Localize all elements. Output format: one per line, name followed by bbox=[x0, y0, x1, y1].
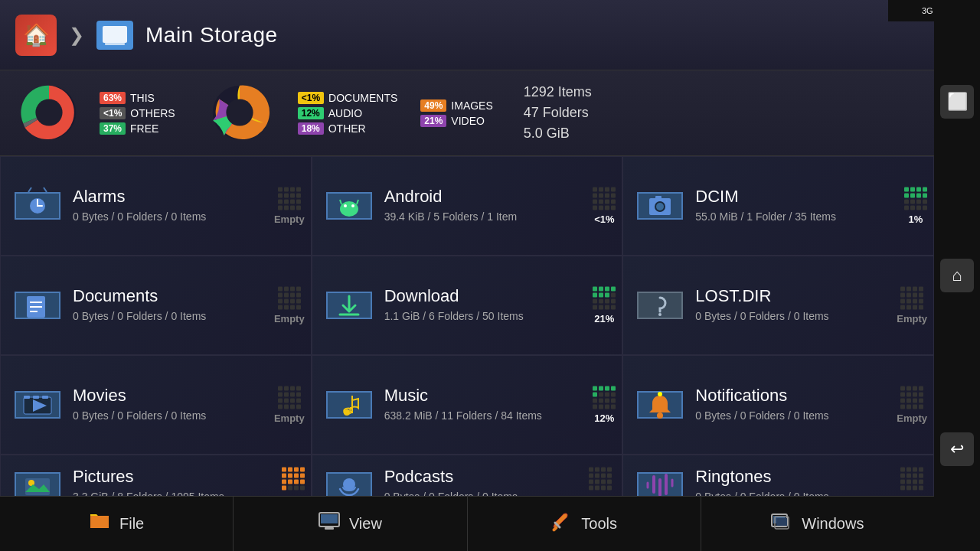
folder-dcim-meta: 55.0 MiB / 1 Folder / 35 Items bbox=[695, 210, 921, 225]
legend-free: 37% FREE bbox=[100, 122, 175, 135]
svg-point-25 bbox=[344, 409, 350, 416]
toolbar: File View Tools bbox=[0, 496, 934, 551]
legend-other: 18% OTHER bbox=[298, 122, 398, 135]
folder-documents-info: Documents 0 Bytes / 0 Folders / 0 Items bbox=[73, 286, 299, 324]
folder-download-badge: 21% bbox=[593, 287, 616, 324]
folder-movies-icon bbox=[13, 383, 62, 426]
category-legend: <1% DOCUMENTS 12% AUDIO 18% OTHER bbox=[298, 92, 398, 135]
folder-music-meta: 638.2 MiB / 11 Folders / 84 Items bbox=[384, 409, 610, 424]
tools-icon bbox=[550, 510, 572, 537]
category-pie-chart bbox=[206, 79, 275, 148]
folder-music-badge: 12% bbox=[593, 386, 616, 424]
svg-rect-34 bbox=[321, 514, 338, 523]
svg-rect-35 bbox=[325, 527, 334, 530]
folder-alarms-badge: Empty bbox=[274, 187, 305, 225]
windows-icon bbox=[771, 512, 792, 536]
folder-alarms-icon bbox=[13, 184, 62, 227]
folder-android-name: Android bbox=[384, 187, 610, 207]
legend-audio: 12% AUDIO bbox=[298, 107, 398, 119]
breadcrumb-arrow: ❯ bbox=[69, 24, 84, 46]
folder-android-info: Android 39.4 KiB / 5 Folders / 1 Item bbox=[384, 187, 610, 225]
storage-pie-chart bbox=[15, 79, 84, 148]
folder-movies-meta: 0 Bytes / 0 Folders / 0 Items bbox=[73, 409, 299, 424]
toolbar-view-button[interactable]: View bbox=[234, 497, 467, 551]
folder-notifications-info: Notifications 0 Bytes / 0 Folders / 0 It… bbox=[695, 386, 921, 424]
folder-notifications-name: Notifications bbox=[695, 386, 921, 406]
svg-rect-1 bbox=[105, 43, 125, 45]
svg-rect-23 bbox=[33, 396, 39, 399]
folder-item-music[interactable]: Music 638.2 MiB / 11 Folders / 84 Items … bbox=[312, 355, 623, 455]
svg-point-26 bbox=[657, 412, 663, 419]
toolbar-tools-button[interactable]: Tools bbox=[468, 497, 701, 551]
folder-dcim-name: DCIM bbox=[695, 187, 921, 207]
storage-legend: 63% THIS <1% OTHERS 37% FREE bbox=[100, 92, 175, 135]
toolbar-file-button[interactable]: File bbox=[0, 497, 234, 551]
folder-lostdir-badge: Empty bbox=[897, 287, 927, 324]
folder-count: 47 Folders bbox=[524, 105, 592, 121]
legend-video: 21% VIDEO bbox=[420, 115, 493, 127]
folder-notifications-meta: 0 Bytes / 0 Folders / 0 Items bbox=[695, 409, 921, 424]
folder-movies-badge: Empty bbox=[274, 386, 305, 424]
folder-item-documents[interactable]: Documents 0 Bytes / 0 Folders / 0 Items … bbox=[0, 256, 312, 355]
header: 🏠 ❯ Main Storage bbox=[0, 0, 934, 70]
svg-point-9 bbox=[351, 204, 354, 207]
svg-rect-40 bbox=[776, 518, 787, 526]
home-icon[interactable]: 🏠 bbox=[15, 15, 57, 56]
folder-music-icon bbox=[325, 383, 374, 426]
folder-movies-info: Movies 0 Bytes / 0 Folders / 0 Items bbox=[73, 386, 299, 424]
toolbar-windows-label: Windows bbox=[802, 515, 864, 533]
header-title: Main Storage bbox=[145, 23, 278, 47]
toolbar-file-label: File bbox=[119, 515, 144, 533]
svg-rect-24 bbox=[42, 396, 48, 399]
folder-item-lostdir[interactable]: LOST.DIR 0 Bytes / 0 Folders / 0 Items E… bbox=[622, 256, 934, 355]
storage-stats-numbers: 1292 Items 47 Folders 5.0 GiB bbox=[524, 84, 592, 142]
folder-download-meta: 1.1 GiB / 6 Folders / 50 Items bbox=[384, 309, 610, 324]
folder-dcim-badge: 1% bbox=[904, 187, 927, 225]
folder-notifications-icon bbox=[635, 383, 684, 426]
folder-item-movies[interactable]: Movies 0 Bytes / 0 Folders / 0 Items Emp… bbox=[0, 355, 312, 455]
legend-documents: <1% DOCUMENTS bbox=[298, 92, 398, 104]
toolbar-windows-button[interactable]: Windows bbox=[701, 497, 934, 551]
folder-ringtones-name: Ringtones bbox=[695, 467, 921, 487]
folder-android-icon bbox=[325, 184, 374, 227]
file-icon bbox=[89, 511, 110, 536]
folder-download-name: Download bbox=[384, 286, 610, 306]
folder-podcasts-name: Podcasts bbox=[384, 467, 610, 487]
svg-rect-22 bbox=[24, 396, 30, 399]
folder-item-dcim[interactable]: DCIM 55.0 MiB / 1 Folder / 35 Items 1% bbox=[622, 156, 934, 256]
view-icon bbox=[318, 512, 340, 536]
folder-lostdir-icon bbox=[635, 284, 684, 327]
folder-lostdir-name: LOST.DIR bbox=[695, 286, 921, 306]
svg-point-8 bbox=[344, 204, 347, 207]
folder-item-notifications[interactable]: Notifications 0 Bytes / 0 Folders / 0 It… bbox=[622, 355, 934, 455]
folder-item-download[interactable]: Download 1.1 GiB / 6 Folders / 50 Items … bbox=[312, 256, 623, 355]
svg-point-27 bbox=[658, 392, 662, 396]
legend-this: 63% THIS bbox=[100, 92, 175, 104]
svg-rect-28 bbox=[25, 478, 50, 495]
folder-documents-icon bbox=[13, 284, 62, 327]
stats-section: 63% THIS <1% OTHERS 37% FREE bbox=[0, 70, 934, 156]
folder-music-info: Music 638.2 MiB / 11 Folders / 84 Items bbox=[384, 386, 610, 424]
nav-window-button[interactable]: ⬜ bbox=[940, 85, 974, 119]
folder-alarms-info: Alarms 0 Bytes / 0 Folders / 0 Items bbox=[73, 187, 299, 225]
folder-item-alarms[interactable]: Alarms 0 Bytes / 0 Folders / 0 Items Emp… bbox=[0, 156, 312, 256]
svg-point-19 bbox=[658, 313, 662, 316]
item-count: 1292 Items bbox=[524, 84, 592, 100]
folder-download-icon bbox=[325, 284, 374, 327]
svg-point-3 bbox=[35, 99, 62, 126]
folder-documents-badge: Empty bbox=[274, 287, 305, 324]
legend-others: <1% OTHERS bbox=[100, 107, 175, 119]
nav-back-button[interactable]: ↩ bbox=[940, 432, 974, 466]
right-nav-panel: ⬜ ⌂ ↩ bbox=[934, 0, 980, 551]
folder-alarms-name: Alarms bbox=[73, 187, 299, 207]
nav-home-button[interactable]: ⌂ bbox=[940, 259, 974, 292]
svg-rect-13 bbox=[655, 196, 662, 199]
toolbar-view-label: View bbox=[349, 515, 382, 533]
folder-item-android[interactable]: Android 39.4 KiB / 5 Folders / 1 Item <1… bbox=[312, 156, 623, 256]
folders-grid: Alarms 0 Bytes / 0 Folders / 0 Items Emp… bbox=[0, 156, 934, 517]
folder-android-badge: <1% bbox=[593, 187, 616, 225]
folder-android-meta: 39.4 KiB / 5 Folders / 1 Item bbox=[384, 210, 610, 225]
folder-movies-name: Movies bbox=[73, 386, 299, 406]
folder-lostdir-meta: 0 Bytes / 0 Folders / 0 Items bbox=[695, 309, 921, 324]
folder-notifications-badge: Empty bbox=[897, 386, 927, 424]
